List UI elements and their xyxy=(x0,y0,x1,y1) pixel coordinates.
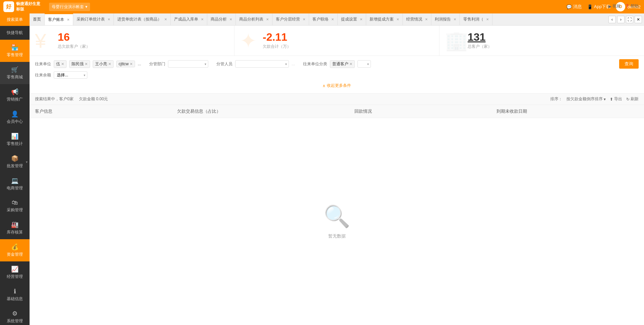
tab-reminder-settings[interactable]: 提成设置 ✕ xyxy=(338,13,366,26)
table-col-customer-info: 客户信息 xyxy=(35,108,177,114)
unit-class-label: 往来单位分类 xyxy=(303,61,327,67)
tab-customer-ledger[interactable]: 客户账本 ✕ xyxy=(45,13,73,26)
close-tab-customer-ledger[interactable]: ✕ xyxy=(67,18,70,22)
filter-row-2: 往来余额 选择... xyxy=(35,71,639,79)
app-wrapper: 好 畅捷通好生意 标版 母婴行业演示帐套 ▾ 💬 消息 📱 App下载 D xyxy=(0,0,644,325)
unit-class-select[interactable] xyxy=(357,60,371,68)
sort-label: 排序： xyxy=(550,96,562,102)
unit-tag-cjttcw-close[interactable]: ✕ xyxy=(130,62,133,66)
tab-production-stock[interactable]: 产成品入库单 ✕ xyxy=(171,13,207,26)
sidebar-item-ecommerce-mgmt[interactable]: 💻 电商管理 xyxy=(0,173,30,195)
close-tab-reminder-settings[interactable]: ✕ xyxy=(360,17,362,21)
app-download-btn[interactable]: 📱 App下载 xyxy=(587,4,610,10)
close-tab-operation-status[interactable]: ✕ xyxy=(425,17,428,21)
sort-select-wrap[interactable]: 按欠款金额倒序排序 ▾ xyxy=(566,96,606,102)
sidebar-item-wholesale-mgmt[interactable]: 📦 批发管理 ▾ xyxy=(0,151,30,173)
sidebar-item-basic-info[interactable]: ℹ 基础信息 xyxy=(0,284,30,306)
close-tab-production-stock[interactable]: ✕ xyxy=(201,17,204,21)
app-logo-text: 畅捷通好生意 标版 xyxy=(16,1,40,12)
stat-overdue-amount-label: 欠款合计（万） xyxy=(263,44,291,49)
stat-total-customers-label: 总客户（家） xyxy=(468,44,492,49)
unit-tag-chen-close[interactable]: ✕ xyxy=(85,62,88,66)
close-tab-customer-contact[interactable]: ✕ xyxy=(331,17,334,21)
sidebar-item-marketing[interactable]: 📢 营销推广 xyxy=(0,84,30,106)
workspace-selector[interactable]: 母婴行业演示帐套 ▾ xyxy=(49,3,90,11)
tab-customer-tier[interactable]: 客户分层经营 ✕ xyxy=(272,13,309,26)
tab-home[interactable]: 首页 xyxy=(30,13,45,26)
close-tab-stock-stats[interactable]: ✕ xyxy=(164,17,167,21)
close-tab-purchase-order[interactable]: ✕ xyxy=(108,17,110,21)
empty-text: 暂无数据 xyxy=(328,233,346,239)
tab-goods-analysis[interactable]: 商品分析 ✕ xyxy=(207,13,236,26)
person-select[interactable] xyxy=(235,60,289,68)
close-tab-retail-profit[interactable]: ✕ xyxy=(486,17,489,21)
stat-overdue-customers: ¥ 16 总欠款客户（家） xyxy=(30,26,234,56)
top-bar: 好 畅捷通好生意 标版 母婴行业演示帐套 ▾ 💬 消息 📱 App下载 D xyxy=(0,0,644,13)
remainder-select[interactable]: 选择... xyxy=(54,71,87,79)
tab-close-all[interactable]: ✕ xyxy=(635,16,642,23)
export-btn[interactable]: ⬆ 导出 xyxy=(610,96,622,102)
person-filter-label: 分管人员 xyxy=(216,61,232,67)
sidebar-item-retail-mgmt[interactable]: 🏪 零售管理 xyxy=(0,40,30,62)
person-select-wrap xyxy=(235,60,289,68)
collapse-btn[interactable]: ∧ 收起更多条件 xyxy=(323,83,351,88)
empty-icon: 🔍 xyxy=(324,204,350,229)
unit-tag-cjttcw[interactable]: cjttcw ✕ xyxy=(116,61,135,67)
stat-total-customers-number: 131 xyxy=(468,32,492,42)
collapse-row: ∧ 收起更多条件 xyxy=(35,81,639,90)
messages-btn[interactable]: 💬 消息 xyxy=(566,4,582,10)
unit-tag-wu[interactable]: 伍 ✕ xyxy=(54,60,67,68)
tab-goods-analysis-list[interactable]: 商品分析列表 ✕ xyxy=(236,13,272,26)
person-more-btn[interactable]: ... xyxy=(292,62,295,66)
main-content: ▶ 视频 ❓ 帮助 ¥ 16 总欠款客户（家） xyxy=(30,26,644,325)
unit-tag-wang-close[interactable]: ✕ xyxy=(108,62,111,66)
close-tab-new-achievement[interactable]: ✕ xyxy=(396,17,399,21)
table-col-due-date: 到期未收款日期 xyxy=(497,108,639,114)
query-button[interactable]: 查询 xyxy=(619,59,639,69)
tab-purchase-order[interactable]: 采购订单统计表 ✕ xyxy=(73,13,114,26)
sidebar-item-retail-stats[interactable]: 📊 零售统计 xyxy=(0,129,30,151)
tab-operation-status[interactable]: 经营情况 ✕ xyxy=(403,13,431,26)
sidebar: 搜索菜单 快捷导航 🏪 零售管理 🛒 零售商城 📢 营销推广 👤 会员中心 xyxy=(0,13,30,325)
stat-total-customers: 🏢 131 总客户（家） xyxy=(439,26,644,56)
unit-more-btn[interactable]: ... xyxy=(138,62,141,66)
close-tab-profit-report[interactable]: ✕ xyxy=(454,17,456,21)
sidebar-search[interactable]: 搜索菜单 xyxy=(0,13,30,26)
sidebar-item-inventory[interactable]: 🏭 库存核算 xyxy=(0,217,30,239)
sidebar-item-operation-mgmt[interactable]: 📈 经营管理 xyxy=(0,261,30,284)
sidebar-item-purchase-mgmt[interactable]: 🛍 采购管理 xyxy=(0,195,30,217)
sidebar-item-capital-mgmt[interactable]: 💰 资金管理 xyxy=(0,239,30,261)
refresh-btn[interactable]: ↻ 刷新 xyxy=(626,96,639,102)
unit-tag-chen[interactable]: 陈民强 ✕ xyxy=(69,60,90,68)
unit-class-tag-close[interactable]: ✕ xyxy=(349,62,352,66)
app-logo-icon: 好 xyxy=(3,1,14,12)
tab-new-achievement[interactable]: 新增提成方案 ✕ xyxy=(366,13,403,26)
close-tab-customer-tier[interactable]: ✕ xyxy=(303,17,305,21)
stat-overdue-customers-number: 16 xyxy=(58,32,90,42)
sidebar-item-member-center[interactable]: 👤 会员中心 xyxy=(0,106,30,129)
content-area: 首页 客户账本 ✕ 采购订单统计表 ✕ 进货单统计表（按商品） ✕ 产成品入库单… xyxy=(30,13,644,325)
main-layout: 搜索菜单 快捷导航 🏪 零售管理 🛒 零售商城 📢 营销推广 👤 会员中心 xyxy=(0,13,644,325)
tab-stock-stats[interactable]: 进货单统计表（按商品） ✕ xyxy=(114,13,171,26)
table-header: 客户信息 欠款交易信息（占比） 回款情况 到期未收款日期 xyxy=(30,105,644,118)
tab-retail-profit[interactable]: 零售利润（ ✕ xyxy=(460,13,492,26)
dept-select[interactable] xyxy=(168,60,208,68)
empty-state: 🔍 暂无数据 xyxy=(310,190,364,253)
filter-area: 往来单位 伍 ✕ 陈民强 ✕ 王小亮 ✕ xyxy=(30,56,644,94)
unit-filter-label: 往来单位 xyxy=(35,61,51,67)
tab-maximize[interactable]: ⛶ xyxy=(626,16,633,23)
close-tab-goods-analysis[interactable]: ✕ xyxy=(229,17,232,21)
tab-scroll-right[interactable]: › xyxy=(617,16,625,23)
table-container: 客户信息 欠款交易信息（占比） 回款情况 到期未收款日期 🔍 暂无数据 xyxy=(30,105,644,325)
tab-profit-report[interactable]: 利润报告 ✕ xyxy=(431,13,460,26)
tab-customer-contact[interactable]: 客户联络 ✕ xyxy=(309,13,338,26)
sidebar-item-quick-nav[interactable]: 快捷导航 xyxy=(0,26,30,40)
unit-tag-wu-close[interactable]: ✕ xyxy=(61,62,64,66)
unit-class-select-wrap xyxy=(357,60,371,68)
unit-tag-wang[interactable]: 王小亮 ✕ xyxy=(93,60,114,68)
sidebar-item-retail-mall[interactable]: 🛒 零售商城 xyxy=(0,62,30,84)
unit-class-tag-common[interactable]: 普通客户 ✕ xyxy=(330,60,355,68)
sidebar-item-system-mgmt[interactable]: ⚙ 系统管理 xyxy=(0,306,30,325)
tab-scroll-left[interactable]: ‹ xyxy=(608,16,616,23)
close-tab-goods-analysis-list[interactable]: ✕ xyxy=(266,17,269,21)
